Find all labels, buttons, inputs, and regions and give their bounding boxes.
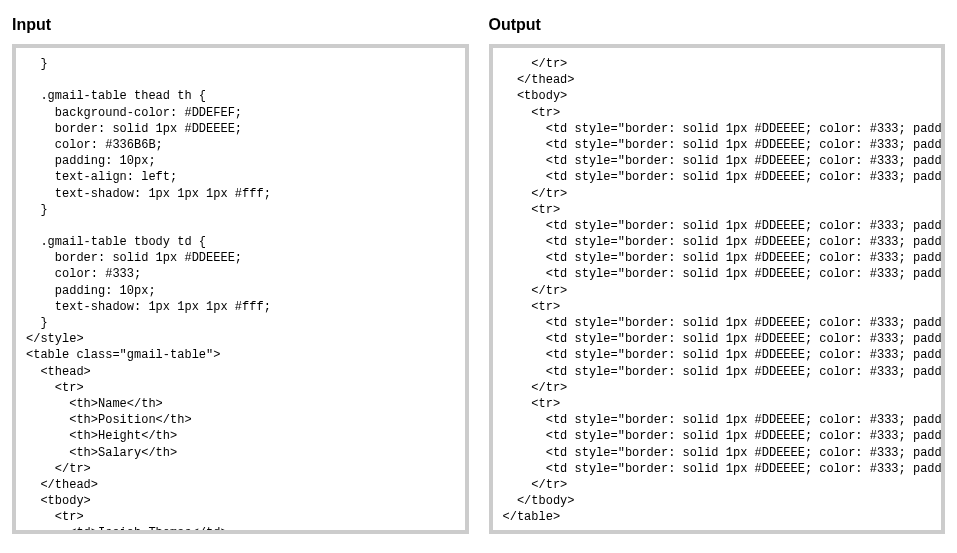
output-column: Output </tr> </thead> <tbody> <tr> <td s… bbox=[489, 12, 946, 534]
input-code: } .gmail-table thead th { background-col… bbox=[26, 56, 455, 534]
output-codebox: </tr> </thead> <tbody> <tr> <td style="b… bbox=[489, 44, 946, 534]
output-heading: Output bbox=[489, 16, 946, 34]
input-codebox: } .gmail-table thead th { background-col… bbox=[12, 44, 469, 534]
output-code: </tr> </thead> <tbody> <tr> <td style="b… bbox=[503, 56, 932, 525]
input-column: Input } .gmail-table thead th { backgrou… bbox=[12, 12, 469, 534]
columns: Input } .gmail-table thead th { backgrou… bbox=[12, 12, 945, 534]
input-heading: Input bbox=[12, 16, 469, 34]
